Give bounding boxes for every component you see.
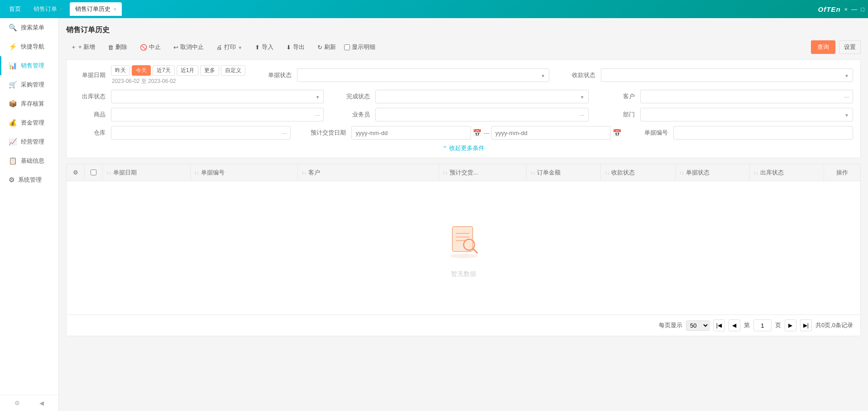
th-out-status[interactable]: ↑↓ 出库状态 xyxy=(750,164,824,181)
th-doc-status[interactable]: ↑↓ 单据状态 xyxy=(676,164,750,181)
th-customer[interactable]: ↑↓ 客户 xyxy=(298,164,439,181)
prev-page-btn[interactable]: ◀ xyxy=(729,319,740,331)
topbar-close-icon[interactable]: × xyxy=(844,6,848,13)
th-checkbox[interactable] xyxy=(85,164,103,181)
sidebar-item-sales[interactable]: 📊 销售管理 xyxy=(0,56,58,75)
query-button[interactable]: 查询 xyxy=(811,40,835,54)
topbar-right: OfTEn × — □ xyxy=(818,5,864,13)
print-button[interactable]: 🖨 打印 xyxy=(212,41,247,53)
product-dropdown[interactable]: ··· xyxy=(111,108,324,121)
add-button[interactable]: ＋ + 新增 xyxy=(66,41,100,53)
receipt-status-select[interactable] xyxy=(601,68,853,82)
sidebar-bottom: ⚙ ◀ xyxy=(0,395,58,411)
complete-status-label: 完成状态 xyxy=(338,92,370,101)
sidebar-item-search-menu[interactable]: 🔍 搜索菜单 xyxy=(0,18,58,37)
out-status-dropdown[interactable] xyxy=(111,90,324,103)
receipt-status-chevron-icon xyxy=(844,72,849,79)
sort-icon-date-asc: ↑↓ xyxy=(106,170,111,175)
th-out-label: 出库状态 xyxy=(760,169,784,177)
out-status-select[interactable] xyxy=(111,90,324,103)
next-page-btn[interactable]: ▶ xyxy=(785,319,796,331)
page-number-input[interactable] xyxy=(753,319,772,331)
sidebar-item-inventory[interactable]: 📦 库存核算 xyxy=(0,94,58,113)
data-table: ⚙ ↑↓ 单据日期 ↑↓ 单据编号 ↑↓ 客户 ↑↓ xyxy=(66,164,861,336)
th-num[interactable]: ↑↓ 单据编号 xyxy=(191,164,298,181)
filter-row-2: 出库状态 完成状态 客户 xyxy=(74,90,853,103)
tab-home[interactable]: 首页 xyxy=(4,2,26,16)
sort-icon-out: ↑↓ xyxy=(753,170,758,175)
sidebar-settings-icon[interactable]: ⚙ xyxy=(14,400,20,406)
warehouse-dropdown[interactable]: ··· xyxy=(111,126,291,140)
settings-label: 设置 xyxy=(844,43,856,51)
delivery-date-end-input[interactable] xyxy=(491,126,611,140)
receipt-status-dropdown[interactable] xyxy=(601,68,853,82)
topbar-maximize-icon[interactable]: □ xyxy=(861,6,864,13)
sidebar-item-base[interactable]: 📋 基础信息 xyxy=(0,151,58,170)
th-date[interactable]: ↑↓ 单据日期 xyxy=(103,164,191,181)
th-receipt-status[interactable]: ↑↓ 收款状态 xyxy=(601,164,675,181)
filter-row-4: 仓库 ··· 预计交货日期 📅 — 📅 单据编号 xyxy=(74,126,853,140)
collapse-more-btn[interactable]: ⌃ 收起更多条件 xyxy=(74,144,853,152)
export-button[interactable]: ⬇ 导出 xyxy=(282,41,309,53)
date-1month-btn[interactable]: 近1月 xyxy=(177,65,199,76)
date-more-btn[interactable]: 更多 xyxy=(200,65,219,76)
calendar-start-icon[interactable]: 📅 xyxy=(473,129,482,137)
date-today-btn[interactable]: 今天 xyxy=(132,65,151,76)
select-all-checkbox[interactable] xyxy=(91,169,96,175)
stop-button[interactable]: 🚫 中止 xyxy=(135,41,165,53)
doc-num-input-area[interactable] xyxy=(673,126,853,140)
sidebar-item-system[interactable]: ⚙ 系统管理 xyxy=(0,170,58,189)
salesperson-select[interactable]: ··· xyxy=(375,108,588,121)
complete-status-select[interactable] xyxy=(375,90,588,103)
tab-sales-order-history[interactable]: 销售订单历史 × xyxy=(70,2,121,16)
per-page-select[interactable]: 50 100 200 xyxy=(686,320,710,331)
th-delivery[interactable]: ↑↓ 预计交货... xyxy=(439,164,527,181)
date-custom-btn[interactable]: 自定义 xyxy=(221,65,245,76)
doc-num-label: 单据编号 xyxy=(636,129,668,137)
customer-select[interactable]: ··· xyxy=(640,90,853,103)
sidebar-item-quick-nav[interactable]: ⚡ 快捷导航 xyxy=(0,37,58,56)
display-cols-label: 显示明细 xyxy=(352,43,375,51)
svg-point-0 xyxy=(450,254,477,258)
doc-status-dropdown[interactable] xyxy=(297,68,549,82)
th-settings[interactable]: ⚙ xyxy=(67,164,85,181)
product-select[interactable]: ··· xyxy=(111,108,324,121)
first-page-btn[interactable]: |◀ xyxy=(713,319,725,331)
sidebar: 🔍 搜索菜单 ⚡ 快捷导航 📊 销售管理 🛒 采购管理 📦 库存核算 💰 资金管… xyxy=(0,18,59,411)
dept-select[interactable] xyxy=(640,108,853,121)
topbar-minimize-icon[interactable]: — xyxy=(851,6,857,13)
delete-button[interactable]: 🗑 删除 xyxy=(103,41,132,53)
warehouse-select[interactable]: ··· xyxy=(111,126,291,140)
doc-status-select[interactable] xyxy=(297,68,549,82)
salesperson-dropdown[interactable]: ··· xyxy=(375,108,588,121)
date-7days-btn[interactable]: 近7天 xyxy=(153,65,175,76)
last-page-btn[interactable]: ▶| xyxy=(800,319,812,331)
sidebar-collapse-icon[interactable]: ◀ xyxy=(39,400,44,406)
calendar-end-icon[interactable]: 📅 xyxy=(613,129,622,137)
tab-sales-order-close[interactable]: × xyxy=(60,6,62,12)
sidebar-item-purchase[interactable]: 🛒 采购管理 xyxy=(0,75,58,94)
stop-label: 中止 xyxy=(149,43,161,51)
th-amount[interactable]: ↑↓ 订单金额 xyxy=(527,164,601,181)
settings-button[interactable]: 设置 xyxy=(839,40,861,54)
import-button[interactable]: ⬆ 导入 xyxy=(250,41,278,53)
out-status-label: 出库状态 xyxy=(74,92,106,101)
tab-sales-order-history-close[interactable]: × xyxy=(113,6,116,12)
delivery-date-start-input[interactable] xyxy=(351,126,471,140)
complete-status-dropdown[interactable] xyxy=(375,90,588,103)
date-yesterday-btn[interactable]: 昨天 xyxy=(111,65,130,76)
sidebar-item-operation[interactable]: 📈 经营管理 xyxy=(0,132,58,151)
refresh-button[interactable]: ↻ 刷新 xyxy=(313,41,340,53)
search-menu-icon: 🔍 xyxy=(9,24,17,32)
th-customer-label: 客户 xyxy=(308,169,320,177)
tab-sales-order[interactable]: 销售订单 × xyxy=(28,2,68,16)
doc-num-input[interactable] xyxy=(673,126,853,140)
display-cols-checkbox-area[interactable]: 显示明细 xyxy=(344,43,375,51)
add-icon: ＋ xyxy=(71,43,77,51)
customer-dropdown[interactable]: ··· xyxy=(640,90,853,103)
cancel-stop-button[interactable]: ↩ 取消中止 xyxy=(169,41,208,53)
dept-dropdown[interactable] xyxy=(640,108,853,121)
sidebar-item-finance[interactable]: 💰 资金管理 xyxy=(0,113,58,132)
sidebar-label-purchase: 采购管理 xyxy=(21,81,44,89)
display-cols-checkbox[interactable] xyxy=(344,44,350,50)
